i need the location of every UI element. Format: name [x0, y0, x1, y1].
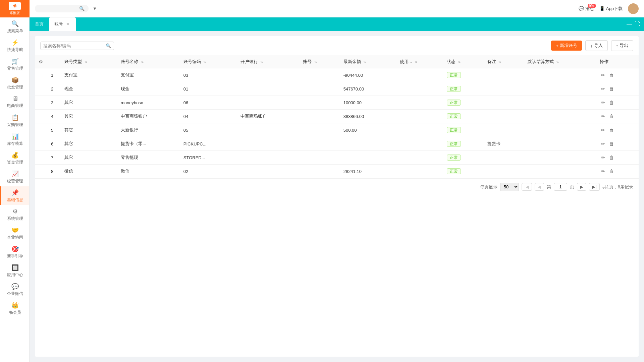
status-badge-8: 正常: [447, 168, 461, 174]
td-account-6: [299, 137, 339, 151]
td-usage-8: [396, 165, 443, 178]
td-balance-1: -90444.00: [339, 68, 396, 82]
avatar[interactable]: [628, 3, 639, 14]
edit-btn-1[interactable]: ✏: [600, 72, 606, 78]
td-status-3: 正常: [443, 96, 483, 110]
page-input[interactable]: [554, 183, 567, 191]
sidebar-item-wholesale-mgmt[interactable]: 📦批发管理: [0, 74, 29, 93]
th-settle[interactable]: 默认结算方式 ⇅: [524, 55, 596, 68]
td-usage-4: [396, 110, 443, 123]
td-usage-7: [396, 151, 443, 165]
td-type-6: 其它: [60, 137, 117, 151]
sidebar-icon-basic-info: 📌: [11, 189, 19, 196]
prev-page-btn[interactable]: ◀: [535, 183, 544, 191]
sidebar-item-enterprise-wechat[interactable]: 💬企业微信: [0, 280, 29, 299]
edit-btn-3[interactable]: ✏: [600, 99, 606, 106]
sidebar-label-vip-member: 畅会员: [9, 310, 21, 315]
delete-btn-5[interactable]: 🗑: [608, 127, 615, 133]
topbar-dropdown-icon[interactable]: ▼: [93, 6, 97, 11]
th-status[interactable]: 状态 ⇅: [443, 55, 483, 68]
edit-btn-6[interactable]: ✏: [600, 140, 606, 147]
td-remark-7: [483, 151, 524, 165]
td-actions-7: ✏ 🗑: [596, 151, 639, 165]
sidebar-item-inventory[interactable]: 📊库存核算: [0, 130, 29, 149]
sidebar-item-finance-mgmt[interactable]: 💰资金管理: [0, 149, 29, 168]
delete-btn-7[interactable]: 🗑: [608, 154, 615, 161]
sidebar-label-system-mgmt: 系统管理: [7, 216, 23, 222]
delete-btn-6[interactable]: 🗑: [608, 140, 615, 147]
sidebar-item-basic-info[interactable]: 📌基础信息: [0, 186, 29, 205]
td-bank-8: [236, 165, 299, 178]
sidebar-item-retail-mgmt[interactable]: 🛒零售管理: [0, 55, 29, 74]
th-name[interactable]: 账号名称 ⇅: [117, 55, 179, 68]
status-badge-6: 正常: [447, 141, 461, 147]
delete-btn-8[interactable]: 🗑: [608, 168, 615, 175]
table-row: 2 现金 现金 01 547670.00 正常 ✏ 🗑: [35, 82, 639, 96]
sidebar-item-app-center[interactable]: 🔲应用中心: [0, 261, 29, 280]
sidebar-item-new-guide[interactable]: 🎯新手引导: [0, 243, 29, 261]
th-gear[interactable]: ⚙: [35, 55, 47, 68]
sidebar-item-quick-nav[interactable]: ⚡快捷导航: [0, 36, 29, 55]
sidebar-icon-search-menu: 🔍: [11, 20, 19, 27]
edit-btn-2[interactable]: ✏: [600, 85, 606, 92]
th-type[interactable]: 账号类型 ⇅: [60, 55, 117, 68]
tab-maximize-icon[interactable]: ⛶: [635, 21, 640, 27]
delete-btn-1[interactable]: 🗑: [608, 72, 615, 78]
th-account[interactable]: 账号 ⇅: [299, 55, 339, 68]
td-bank-6: [236, 137, 299, 151]
import-button[interactable]: ↓ 导入: [585, 40, 608, 51]
th-bank[interactable]: 开户银行 ⇅: [236, 55, 299, 68]
sidebar-icon-inventory: 📊: [11, 133, 19, 140]
th-code[interactable]: 账号编码 ⇅: [179, 55, 236, 68]
td-remark-3: [483, 96, 524, 110]
edit-btn-5[interactable]: ✏: [600, 127, 606, 133]
account-search-input[interactable]: [43, 43, 104, 48]
topbar-search-input[interactable]: [39, 6, 77, 11]
delete-btn-3[interactable]: 🗑: [608, 99, 615, 106]
add-account-button[interactable]: + 新增账号: [551, 41, 582, 51]
edit-btn-7[interactable]: ✏: [600, 154, 606, 161]
logo-text: 乐惟版: [10, 11, 20, 15]
sidebar-item-system-mgmt[interactable]: ⚙系统管理: [0, 205, 29, 224]
sidebar-item-operation-mgmt[interactable]: 📈经营管理: [0, 168, 29, 186]
last-page-btn[interactable]: ▶|: [589, 183, 599, 191]
sidebar-label-quick-nav: 快捷导航: [7, 47, 23, 53]
sidebar-item-vip-member[interactable]: 👑畅会员: [0, 299, 29, 318]
tab-minimize-icon[interactable]: —: [627, 21, 632, 27]
th-usage[interactable]: 使用... ⇅: [396, 55, 443, 68]
edit-btn-4[interactable]: ✏: [600, 113, 606, 120]
td-type-7: 其它: [60, 151, 117, 165]
per-page-select[interactable]: 50 20 100: [500, 183, 519, 191]
td-account-1: [299, 68, 339, 82]
td-type-2: 现金: [60, 82, 117, 96]
message-button[interactable]: 💬 消息 99+: [579, 6, 594, 12]
message-icon: 💬: [579, 6, 584, 11]
th-remark[interactable]: 备注 ⇅: [483, 55, 524, 68]
sidebar-item-purchase-mgmt[interactable]: 📋采购管理: [0, 111, 29, 130]
th-balance[interactable]: 最新余额 ⇅: [339, 55, 396, 68]
th-actions: 操作: [596, 55, 639, 68]
sidebar-item-enterprise-agreement[interactable]: 🤝企业协同: [0, 224, 29, 243]
app-download-button[interactable]: 📱 App下载: [599, 6, 623, 12]
next-page-btn[interactable]: ▶: [577, 183, 586, 191]
td-usage-2: [396, 82, 443, 96]
sidebar-label-finance-mgmt: 资金管理: [7, 160, 23, 165]
sidebar-label-retail-mgmt: 零售管理: [7, 66, 23, 71]
tab-account-close[interactable]: ✕: [65, 21, 70, 27]
sidebar-item-ecommerce-mgmt[interactable]: 🖥电商管理: [0, 93, 29, 111]
export-button[interactable]: ↑ 导出: [611, 40, 634, 51]
delete-btn-2[interactable]: 🗑: [608, 85, 615, 92]
tab-account[interactable]: 账号 ✕: [49, 17, 76, 31]
td-type-8: 微信: [60, 165, 117, 178]
delete-btn-4[interactable]: 🗑: [608, 113, 615, 120]
td-settle-4: [524, 110, 596, 123]
edit-btn-8[interactable]: ✏: [600, 168, 606, 175]
td-settle-2: [524, 82, 596, 96]
tab-home[interactable]: 首页: [30, 17, 49, 31]
td-remark-8: [483, 165, 524, 178]
sidebar-item-search-menu[interactable]: 🔍搜索菜单: [0, 17, 29, 36]
td-remark-5: [483, 123, 524, 137]
first-page-btn[interactable]: |◀: [522, 183, 532, 191]
sidebar-icon-operation-mgmt: 📈: [11, 170, 19, 178]
td-balance-4: 383866.00: [339, 110, 396, 123]
